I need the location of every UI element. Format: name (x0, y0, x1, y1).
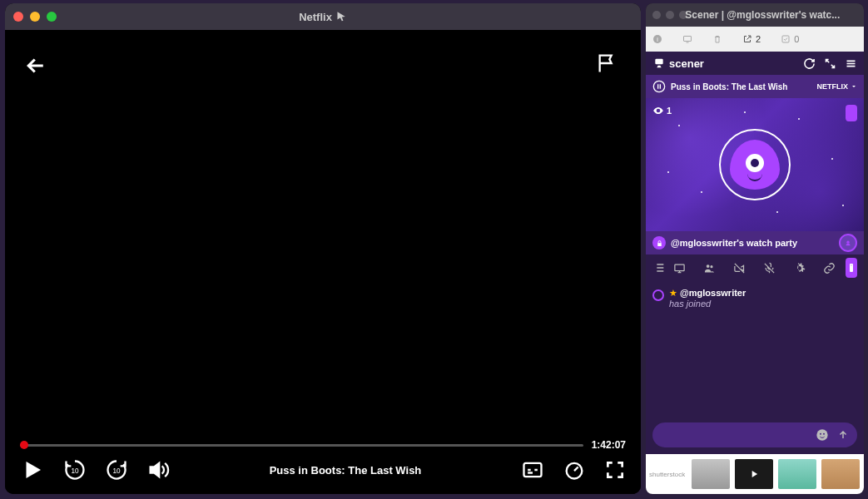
progress-handle[interactable] (20, 441, 28, 449)
info-tab[interactable]: i (652, 34, 662, 44)
menu-button[interactable] (845, 57, 857, 70)
header-icons (803, 57, 857, 70)
check-count: 0 (794, 34, 799, 44)
chat-area: ★ @mglosswriter has joined (646, 281, 864, 416)
svg-rect-11 (674, 264, 683, 271)
chat-message: ★ @mglosswriter has joined (652, 288, 857, 309)
cursor-icon (335, 11, 347, 22)
netflix-title-text: Netflix (299, 11, 332, 23)
scener-logo-icon (652, 57, 666, 70)
svg-rect-6 (684, 37, 692, 42)
scener-brand-text: scener (669, 57, 704, 70)
netflix-titlebar: Netflix (5, 3, 641, 30)
party-name-area: @mglosswriter's watch party (652, 236, 797, 250)
expand-button[interactable] (824, 57, 836, 70)
volume-button[interactable] (146, 458, 170, 482)
screen-button[interactable] (669, 258, 689, 278)
people-button[interactable] (699, 258, 719, 278)
chat-input[interactable] (652, 422, 857, 447)
progress-bar[interactable] (20, 444, 583, 447)
play-button[interactable] (20, 457, 45, 482)
refresh-button[interactable] (803, 57, 816, 70)
subtitles-button[interactable] (521, 458, 544, 482)
svg-text:10: 10 (71, 467, 79, 475)
pause-icon[interactable] (652, 80, 666, 93)
camera-off-button[interactable] (729, 258, 749, 278)
watermark: shutterstock (649, 471, 685, 478)
thumbnail[interactable] (735, 459, 773, 489)
minimize-window-button[interactable] (30, 12, 40, 22)
svg-point-15 (851, 265, 852, 266)
netflix-window-title: Netflix (299, 11, 347, 23)
minimize-window-button[interactable] (666, 11, 674, 19)
now-playing-title: Puss in Boots: The Last Wish (671, 82, 787, 91)
svg-text:10: 10 (112, 467, 121, 475)
mic-off-button[interactable] (759, 258, 779, 278)
chevron-down-icon (851, 83, 857, 90)
host-avatar[interactable] (730, 140, 780, 190)
host-avatar-ring (719, 129, 791, 200)
player-controls: 1:42:07 10 10 (5, 439, 641, 494)
svg-point-13 (710, 265, 712, 268)
send-button[interactable] (837, 429, 849, 441)
fullscreen-button[interactable] (604, 459, 626, 481)
scener-traffic-lights (652, 11, 687, 19)
viewer-count: 1 (652, 105, 672, 116)
now-playing-service[interactable]: NETFLIX (817, 82, 858, 91)
now-playing-bar: Puss in Boots: The Last Wish NETFLIX (646, 75, 864, 98)
right-controls (521, 458, 626, 482)
emoji-button[interactable] (816, 428, 829, 442)
scener-logo: scener (652, 57, 704, 70)
rewind-10-button[interactable]: 10 (63, 458, 87, 482)
queue-button[interactable] (652, 258, 666, 278)
scener-window-title: Scener | @mglosswriter's watc... (685, 9, 840, 21)
svg-point-9 (653, 81, 664, 91)
center-controls: Puss in Boots: The Last Wish (170, 464, 521, 477)
popout-count: 2 (756, 34, 761, 44)
remote-indicator[interactable] (846, 105, 857, 121)
checkbox-tab[interactable]: 0 (781, 34, 799, 44)
flag-button[interactable] (596, 52, 619, 75)
control-buttons: 10 10 Puss in Boots: The Last Wish (20, 457, 626, 482)
svg-point-16 (816, 429, 827, 440)
back-button[interactable] (23, 53, 48, 78)
toolbar-center (669, 258, 839, 278)
viewer-count-text: 1 (667, 106, 672, 116)
eye-icon (652, 105, 664, 116)
thumbnail[interactable] (692, 459, 730, 489)
party-name-text: @mglosswriter's watch party (671, 238, 797, 248)
forward-10-button[interactable]: 10 (105, 458, 128, 482)
remote-button[interactable] (846, 258, 857, 278)
svg-rect-8 (655, 59, 662, 65)
star-icon: ★ (669, 288, 677, 298)
svg-point-17 (820, 433, 821, 435)
thumbnail[interactable] (778, 459, 816, 489)
svg-rect-7 (782, 36, 789, 42)
scener-toolbar (646, 254, 864, 281)
message-body: ★ @mglosswriter has joined (669, 288, 746, 309)
thumbnail[interactable] (821, 459, 860, 489)
scener-tabbar: i 2 0 (646, 27, 864, 52)
svg-point-18 (823, 433, 825, 435)
trash-tab[interactable] (712, 34, 722, 44)
speed-button[interactable] (563, 458, 586, 482)
scener-header: scener (646, 52, 864, 75)
link-button[interactable] (819, 258, 839, 278)
popout-tab[interactable]: 2 (742, 34, 761, 44)
message-avatar (652, 289, 664, 301)
service-label: NETFLIX (817, 82, 849, 91)
svg-point-12 (706, 264, 709, 268)
scener-window: Scener | @mglosswriter's watc... i 2 0 s… (646, 3, 864, 494)
progress-row: 1:42:07 (20, 439, 626, 451)
display-tab[interactable] (682, 34, 692, 44)
traffic-lights (13, 12, 57, 22)
close-window-button[interactable] (652, 11, 661, 19)
message-action: has joined (669, 299, 711, 309)
message-username: @mglosswriter (680, 288, 746, 298)
scener-titlebar: Scener | @mglosswriter's watc... (646, 3, 864, 27)
movie-title: Puss in Boots: The Last Wish (270, 464, 422, 477)
close-window-button[interactable] (13, 12, 23, 22)
party-avatar-button[interactable] (839, 234, 857, 252)
settings-button[interactable] (789, 258, 809, 278)
maximize-window-button[interactable] (47, 12, 57, 22)
